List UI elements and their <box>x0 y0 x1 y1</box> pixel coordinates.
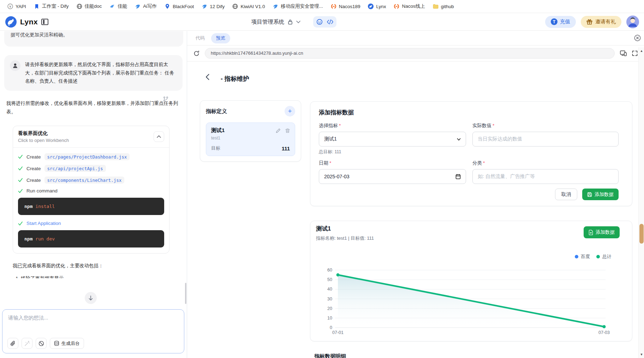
bookmark-canon[interactable]: 佳能 <box>106 2 131 11</box>
header-right-group: T 充值 邀请有礼 <box>545 16 639 28</box>
bookmark-github[interactable]: github <box>429 2 458 11</box>
bookmark-label: Nacos线上 <box>402 3 425 10</box>
command-bin: npm <box>24 236 32 241</box>
swirl-favicon <box>273 4 278 9</box>
scrollbar-up-arrow[interactable]: ▲ <box>639 48 644 54</box>
chat-mode-button[interactable] <box>314 17 325 26</box>
magic-wand-button[interactable] <box>22 338 32 349</box>
workbench-step: Create src/components/LineChart.jsx <box>18 177 164 184</box>
scrollbar-thumb[interactable] <box>639 224 644 244</box>
flag-favicon <box>34 4 40 9</box>
page-title: - 指标维护 <box>221 74 249 83</box>
metric-list-item[interactable]: 测试1 test1 目标 111 <box>206 123 295 156</box>
url-input[interactable]: https://shkbln1747661434278.auto.yunji-a… <box>205 48 615 59</box>
lock-icon <box>288 19 293 25</box>
tab-preview[interactable]: 预览 <box>211 33 230 43</box>
back-button[interactable] <box>205 73 209 82</box>
folder-favicon <box>433 4 439 9</box>
chat-scroll-area[interactable]: 据可优化更加灵活和精确。 请去掉看板的更新频率，然后优化下界面，指标部分占用高度… <box>0 31 187 278</box>
refresh-icon <box>193 50 199 56</box>
metric-select[interactable]: 测试1 <box>319 132 466 147</box>
ban-button[interactable] <box>36 338 47 349</box>
browser-bookmarks-bar: Y YAPI 工作室 - Dify 佳能doc 佳能 Ai写作 BlackFoo… <box>0 0 644 13</box>
bookmark-nacos189[interactable]: Nacos189 <box>327 2 364 11</box>
svg-text:50: 50 <box>327 277 332 282</box>
scrollbar-down-arrow[interactable]: ▼ <box>639 352 644 357</box>
svg-text:07-01: 07-01 <box>332 330 344 335</box>
assistant-message: 我将进行所需的修改，优化看板界面布局，移除更新频率，并添加部门重点任务列表。 看… <box>6 99 180 278</box>
branch-icon[interactable] <box>163 96 168 103</box>
ban-icon <box>38 341 44 346</box>
edit-metric-button[interactable] <box>276 128 281 133</box>
workbench-subtitle: Click to open Workbench <box>18 138 69 143</box>
user-avatar[interactable] <box>626 16 639 28</box>
preview-scrollbar[interactable]: ▲ ▼ <box>638 47 644 358</box>
workbench-card: 看板界面优化 Click to open Workbench Create sr… <box>13 126 169 253</box>
bookmark-label: BlackFoot <box>173 4 194 9</box>
recharge-button[interactable]: T 充值 <box>545 16 576 28</box>
date-input[interactable]: 2025-07-03 <box>319 169 466 184</box>
app-logo[interactable]: Lynx <box>5 16 38 28</box>
file-chip[interactable]: src/components/LineChart.jsx <box>44 177 125 184</box>
chat-scrollbar-thumb[interactable] <box>185 283 186 304</box>
refresh-button[interactable] <box>193 50 199 56</box>
fullscreen-button[interactable] <box>632 50 638 56</box>
check-icon <box>18 155 23 159</box>
metric-select-value: 测试1 <box>324 136 337 142</box>
close-preview-button[interactable] <box>634 35 641 43</box>
tab-code[interactable]: 代码 <box>193 33 208 43</box>
submit-add-data-button[interactable]: 添加数据 <box>582 189 619 200</box>
bookmark-12-dify[interactable]: 12 Dify <box>198 2 228 11</box>
bookmark-blackfoot[interactable]: BlackFoot <box>161 2 198 11</box>
file-chip[interactable]: src/api/projectApi.js <box>44 165 106 172</box>
invite-button[interactable]: 邀请有礼 <box>581 16 621 28</box>
scroll-to-bottom-button[interactable] <box>85 292 97 304</box>
lynx-favicon <box>368 4 374 9</box>
start-application-link[interactable]: Start Application <box>26 221 61 226</box>
save-icon <box>587 192 592 197</box>
gift-icon <box>586 19 592 25</box>
magic-wand-icon <box>24 341 30 346</box>
bookmark-ai-writing[interactable]: Ai写作 <box>131 2 161 11</box>
user-message: 请去掉看板的更新频率，然后优化下界面，指标部分占用高度目前太大，在部门目标完成情… <box>4 55 183 91</box>
select-metric-label: 选择指标* <box>319 123 466 129</box>
bookmark-mobile-security[interactable]: 移动应用安全管理... <box>269 2 327 11</box>
workbench-title: 看板界面优化 <box>18 130 69 137</box>
command-args: run dev <box>32 236 55 241</box>
step-label: Create <box>26 166 41 171</box>
check-icon <box>18 221 23 226</box>
header-tools-pill <box>313 16 336 28</box>
bookmark-canon-doc[interactable]: 佳能doc <box>73 2 106 11</box>
bookmark-label: KiwiAI V1.0 <box>240 4 265 9</box>
attach-button[interactable] <box>7 338 18 349</box>
category-input[interactable]: 如: 自然流量、广告推广等 <box>472 169 619 184</box>
project-title[interactable]: 项目管理系统 <box>251 18 284 26</box>
code-mode-button[interactable] <box>325 17 335 26</box>
workbench-header[interactable]: 看板界面优化 Click to open Workbench <box>13 126 169 148</box>
svg-text:60: 60 <box>327 268 332 273</box>
bookmark-kiwiai[interactable]: KiwiAI V1.0 <box>228 2 269 11</box>
calendar-icon[interactable] <box>455 174 461 179</box>
chevron-up-icon <box>157 135 161 138</box>
actual-value-input[interactable]: 当日实际达成的数值 <box>472 132 619 147</box>
metric-code: test1 <box>211 136 290 141</box>
date-value: 2025-07-03 <box>324 174 350 179</box>
chevron-down-icon[interactable] <box>296 20 300 23</box>
bookmark-lynx[interactable]: Lynx <box>364 2 390 11</box>
user-message-text: 请去掉看板的更新频率，然后优化下界面，指标部分占用高度目前太大，在部门目标完成情… <box>25 60 177 85</box>
cancel-button[interactable]: 取消 <box>555 189 577 200</box>
bookmark-nacos-online[interactable]: Nacos线上 <box>390 2 429 11</box>
responsive-view-button[interactable] <box>620 50 627 56</box>
delete-metric-button[interactable] <box>285 128 290 133</box>
add-metric-button[interactable]: + <box>285 106 295 117</box>
bookmark-yapi[interactable]: Y YAPI <box>4 2 30 11</box>
collapse-button[interactable] <box>154 131 164 142</box>
file-chip[interactable]: src/pages/ProjectDashboard.jsx <box>44 153 130 160</box>
app-header: Lynx 项目管理系统 T 充值 邀请有礼 <box>0 13 644 31</box>
generate-backend-button[interactable]: 生成后台 <box>50 338 84 349</box>
sidebar-toggle-icon[interactable] <box>41 19 48 25</box>
command-bin: npm <box>24 204 32 209</box>
bookmark-dify-studio[interactable]: 工作室 - Dify <box>30 2 73 11</box>
chat-input[interactable]: 请输入您的想法... 生成后台 <box>2 309 184 353</box>
pin-favicon <box>165 4 170 9</box>
